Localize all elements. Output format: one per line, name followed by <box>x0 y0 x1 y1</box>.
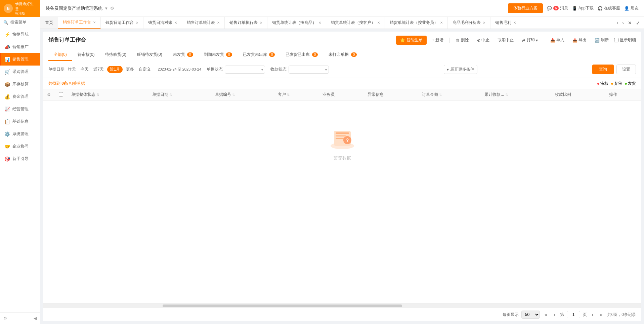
show-detail-checkbox[interactable] <box>614 38 618 42</box>
page-prev-btn[interactable]: ‹ <box>552 311 558 318</box>
add-btn[interactable]: + 新增 <box>429 36 446 44</box>
industry-btn[interactable]: 体验行业方案 <box>508 3 543 13</box>
tab-close-sales-stats[interactable]: ✕ <box>217 21 220 25</box>
sidebar-item-enterprise[interactable]: 🤝 企业协同 <box>0 140 40 153</box>
tab-maximize[interactable]: ⤢ <box>635 19 641 26</box>
tab-close-sales-exec[interactable]: ✕ <box>260 21 262 25</box>
sort-icon-date[interactable]: ⇅ <box>169 93 172 96</box>
print-btn[interactable]: 🖨 打印 ▾ <box>519 36 541 44</box>
tab-sales-summary-product[interactable]: 销货单统计表（按商品） ✕ <box>267 17 326 29</box>
tab-close-cash-reconcile[interactable]: ✕ <box>174 21 177 25</box>
system-title-dropdown-icon[interactable]: ▾ <box>105 6 108 11</box>
tab-cash-daily[interactable]: 钱货日清工作台 ✕ <box>101 17 143 29</box>
audit-action[interactable]: 审核 <box>597 81 608 86</box>
th-number: 单据编号 ⇅ <box>211 89 274 100</box>
online-service-item[interactable]: 🎧 在线客服 <box>598 5 620 11</box>
sidebar-item-sales[interactable]: 📊 销售管理 <box>0 53 40 66</box>
reject-action[interactable]: 弃审 <box>611 81 622 86</box>
sort-icon-status[interactable]: ⇅ <box>96 93 99 96</box>
horizontal-scrollbar[interactable] <box>43 303 641 308</box>
sidebar-search-item[interactable]: 🔍 搜索菜单 <box>0 17 40 28</box>
page-input[interactable] <box>567 311 580 318</box>
date-opt-yesterday[interactable]: 昨天 <box>67 66 77 73</box>
tab-sales-workbench[interactable]: 销售订单工作台 ✕ <box>58 17 101 29</box>
sidebar-collapse-icon[interactable]: ◀ <box>34 316 37 321</box>
tab-scroll-left[interactable]: ‹ <box>615 19 620 26</box>
tab-close-sales-workbench[interactable]: ✕ <box>93 21 96 24</box>
sort-icon-collected[interactable]: ⇅ <box>505 93 508 96</box>
per-page-select[interactable]: 50 100 200 <box>521 311 540 319</box>
tab-close-sales-more[interactable]: ✕ <box>513 21 516 25</box>
sidebar-settings-icon[interactable]: ⚙ <box>3 316 7 321</box>
show-detail-checkbox-label[interactable]: 显示明细 <box>614 37 636 43</box>
page-of-label: 页 <box>583 312 587 318</box>
scrollbar-thumb[interactable] <box>163 305 402 307</box>
sort-icon-customer[interactable]: ⇅ <box>287 93 290 96</box>
date-opt-1month[interactable]: 近1月 <box>107 66 123 73</box>
sub-tab-overdue-not-shipped[interactable]: 到期未发货 0 <box>199 49 238 61</box>
settings-gear-icon[interactable]: ⚙ <box>110 6 114 11</box>
sort-icon-amount[interactable]: ⇅ <box>439 93 442 96</box>
sub-tab-not-printed[interactable]: 未打印单据 0 <box>323 49 362 61</box>
date-opt-more[interactable]: 更多 <box>125 66 135 73</box>
stop-btn[interactable]: ⊘ 中止 <box>474 36 492 44</box>
sidebar-item-purchase[interactable]: 🛒 采购管理 <box>0 66 40 78</box>
tab-close-cash-daily[interactable]: ✕ <box>136 21 138 25</box>
tab-close-gross-margin[interactable]: ✕ <box>483 21 485 25</box>
tab-scroll-right[interactable]: › <box>621 19 625 26</box>
sub-tab-shipped-not-out[interactable]: 已发货未出库 0 <box>238 49 281 61</box>
th-staff: 业务员 <box>318 89 364 100</box>
refresh-btn[interactable]: 🔄 刷新 <box>592 36 611 44</box>
sidebar-item-marketing[interactable]: 📣 营销推广 <box>0 41 40 53</box>
th-checkbox[interactable] <box>55 89 67 100</box>
tab-sales-summary-staff[interactable]: 销货单统计表（按业务员） ✕ <box>385 17 448 29</box>
sub-tab-pending-review[interactable]: 待审核(0) <box>72 49 100 61</box>
filter-status-select[interactable] <box>225 66 265 74</box>
tab-sales-summary-customer[interactable]: 销货单统计表（按客户） ✕ <box>326 17 385 29</box>
import-btn[interactable]: 📥 导入 <box>548 36 567 44</box>
tab-sales-exec[interactable]: 销售订单执行表 ✕ <box>225 17 267 29</box>
expand-conditions-btn[interactable]: ▾ 展开更多条件 <box>444 65 477 74</box>
date-opt-custom[interactable]: 自定义 <box>137 66 152 73</box>
page-first-btn[interactable]: « <box>543 311 549 318</box>
cancel-stop-btn[interactable]: 取消中止 <box>495 36 516 44</box>
tab-home[interactable]: 首页 <box>40 17 58 29</box>
date-opt-today[interactable]: 今天 <box>79 66 90 73</box>
sidebar-item-basic-info[interactable]: 📋 基础信息 <box>0 115 40 128</box>
sidebar-item-quick-nav[interactable]: ⚡ 快捷导航 <box>0 28 40 41</box>
filter-payment-select[interactable] <box>289 66 329 74</box>
export-btn[interactable]: 📤 导出 <box>570 36 589 44</box>
select-all-checkbox[interactable] <box>59 92 63 96</box>
sidebar-item-finance[interactable]: 💰 资金管理 <box>0 90 40 103</box>
sub-tab-wangpu[interactable]: 旺铺待发货(0) <box>132 49 168 61</box>
th-settings[interactable]: ⚙ <box>43 89 55 100</box>
set-btn[interactable]: 设置 <box>616 65 636 74</box>
sidebar-item-inventory[interactable]: 📦 库存核算 <box>0 78 40 90</box>
user-item[interactable]: 👤 用友 <box>624 5 639 11</box>
sub-tab-shipped-out[interactable]: 已发货已出库 0 <box>280 49 323 61</box>
ship-action[interactable]: 发货 <box>625 81 636 86</box>
tab-close-sales-summary-product[interactable]: ✕ <box>318 21 321 25</box>
date-opt-7days[interactable]: 近7天 <box>92 66 105 73</box>
sort-icon-number[interactable]: ⇅ <box>232 93 235 96</box>
page-last-btn[interactable]: » <box>598 311 605 318</box>
page-next-btn[interactable]: › <box>590 311 595 318</box>
sidebar-item-operations[interactable]: 📈 经营管理 <box>0 103 40 115</box>
sub-tab-not-shipped[interactable]: 未发货 0 <box>168 49 199 61</box>
tab-close-sales-summary-staff[interactable]: ✕ <box>440 21 443 25</box>
sidebar-item-guide[interactable]: 🎯 新手引导 <box>0 153 40 165</box>
delete-btn[interactable]: 🗑 删除 <box>453 36 472 44</box>
tab-close-all[interactable]: ✕ <box>627 19 633 26</box>
sub-tab-pending-inspect[interactable]: 待拣验货(0) <box>100 49 132 61</box>
sidebar-item-system[interactable]: ⚙️ 系统管理 <box>0 128 40 140</box>
tab-close-sales-summary-customer[interactable]: ✕ <box>377 21 380 25</box>
tab-sales-more[interactable]: 销售毛利 ✕ <box>490 17 521 29</box>
tab-sales-stats[interactable]: 销售订单统计表 ✕ <box>182 17 225 29</box>
query-btn[interactable]: 查询 <box>592 65 614 74</box>
smart-generate-btn[interactable]: ⭐ 智能生单 <box>396 36 427 45</box>
sub-tab-all[interactable]: 全部(0) <box>48 49 72 61</box>
tab-cash-reconcile[interactable]: 钱货日清对账 ✕ <box>143 17 182 29</box>
message-icon-item[interactable]: 💬 6 消息 <box>547 5 568 11</box>
tab-gross-margin[interactable]: 商品毛利分析表 ✕ <box>448 17 490 29</box>
app-download-item[interactable]: 📱 App下载 <box>572 5 594 11</box>
